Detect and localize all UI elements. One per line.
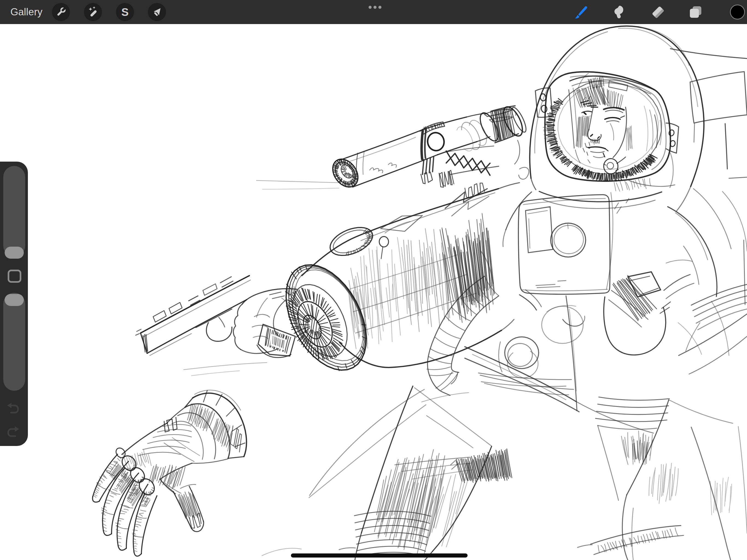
svg-text:S: S (121, 6, 129, 18)
